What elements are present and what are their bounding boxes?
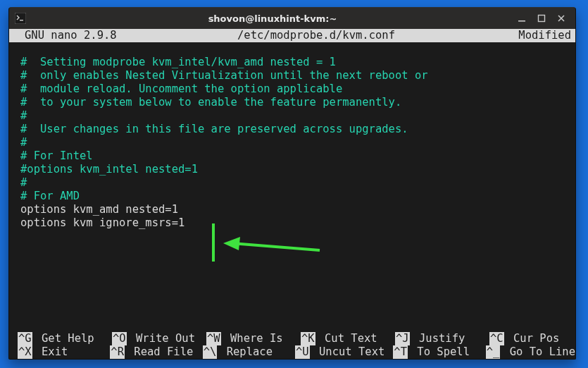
- minimize-button[interactable]: [513, 11, 530, 25]
- shortcut-key: ^C: [489, 332, 504, 345]
- shortcut-cell: ^J Justify: [387, 332, 481, 345]
- editor-line: # Setting modprobe kvm_intel/kvm_amd nes…: [20, 56, 575, 69]
- shortcut-cell: ^R Read File: [101, 345, 194, 359]
- shortcut-cell: ^K Cut Text: [292, 332, 387, 345]
- shortcut-label: Replace: [220, 345, 273, 359]
- shortcut-key: ^R: [110, 345, 125, 359]
- shortcut-cell: ^C Cur Pos: [481, 332, 575, 345]
- shortcut-key: ^X: [18, 345, 32, 359]
- nano-shortcut-bar: ^G Get Help^O Write Out^W Where Is^K Cut…: [9, 332, 575, 359]
- window-title: shovon@linuxhint-kvm:~: [32, 13, 513, 24]
- editor-line: options kvm_amd nested=1: [20, 203, 575, 216]
- shortcut-key: ^K: [301, 332, 315, 345]
- shortcut-key: ^T: [393, 345, 408, 359]
- terminal-window: shovon@linuxhint-kvm:~ GNU nano 2.9.8 /e…: [8, 7, 576, 360]
- shortcut-label: Exit: [35, 345, 68, 359]
- editor-line: # only enables Nested Virtualization unt…: [20, 69, 575, 82]
- svg-rect-0: [15, 13, 26, 24]
- shortcut-key: ^W: [206, 332, 221, 345]
- editor-line: options kvm ignore_msrs=1: [20, 216, 575, 230]
- svg-line-5: [232, 243, 320, 250]
- nano-status: Modified: [514, 29, 575, 42]
- editor-line: #: [20, 176, 575, 190]
- titlebar: shovon@linuxhint-kvm:~: [9, 8, 575, 29]
- shortcut-key: ^J: [395, 332, 410, 345]
- shortcut-key: ^O: [112, 332, 127, 345]
- shortcut-label: Uncut Text: [313, 345, 385, 359]
- nano-app-name: GNU nano 2.9.8: [9, 29, 118, 42]
- shortcut-label: Get Help: [35, 332, 94, 345]
- svg-rect-1: [20, 20, 23, 20]
- nano-statusbar: GNU nano 2.9.8 /etc/modprobe.d/kvm.conf …: [9, 29, 575, 42]
- terminal-body[interactable]: GNU nano 2.9.8 /etc/modprobe.d/kvm.conf …: [9, 29, 575, 359]
- editor-line: # User changes in this file are preserve…: [20, 123, 575, 136]
- editor-line: #: [20, 109, 575, 123]
- editor-content: # Setting modprobe kvm_intel/kvm_amd nes…: [9, 56, 575, 230]
- svg-rect-3: [539, 16, 545, 22]
- editor-line: # to your system below to enable the fea…: [20, 96, 575, 109]
- shortcut-cell: ^X Exit: [9, 345, 101, 359]
- shortcut-cell: ^O Write Out: [104, 332, 198, 345]
- shortcut-label: Where Is: [224, 332, 283, 345]
- shortcut-label: Go To Line: [503, 345, 575, 359]
- shortcut-cell: ^\ Replace: [194, 345, 287, 359]
- shortcut-label: To Spell: [411, 345, 470, 359]
- shortcut-cell: ^U Uncut Text: [287, 345, 384, 359]
- shortcut-cell: ^W Where Is: [198, 332, 292, 345]
- maximize-button[interactable]: [533, 11, 550, 25]
- shortcut-cell: ^G Get Help: [9, 332, 104, 345]
- shortcut-label: Cur Pos: [507, 332, 560, 345]
- editor-line: #options kvm_intel nested=1: [20, 163, 575, 176]
- nano-file-name: /etc/modprobe.d/kvm.conf: [118, 29, 515, 42]
- shortcut-cell: ^T To Spell: [384, 345, 477, 359]
- shortcut-label: Justify: [413, 332, 465, 345]
- editor-line: # For AMD: [20, 190, 575, 203]
- close-button[interactable]: [553, 11, 570, 25]
- shortcut-cell: ^_ Go To Line: [477, 345, 575, 359]
- editor-line: # module reload. Uncomment the option ap…: [20, 82, 575, 96]
- shortcut-key: ^G: [18, 332, 32, 345]
- shortcut-label: Write Out: [130, 332, 195, 345]
- svg-marker-6: [223, 237, 240, 250]
- shortcut-key: ^_: [486, 345, 501, 359]
- shortcut-label: Cut Text: [318, 332, 377, 345]
- terminal-icon: [15, 13, 26, 24]
- editor-line: #: [20, 136, 575, 149]
- shortcut-key: ^\: [203, 345, 218, 359]
- editor-line: # For Intel: [20, 149, 575, 163]
- shortcut-label: Read File: [127, 345, 193, 359]
- svg-rect-2: [518, 20, 525, 22]
- shortcut-key: ^U: [295, 345, 310, 359]
